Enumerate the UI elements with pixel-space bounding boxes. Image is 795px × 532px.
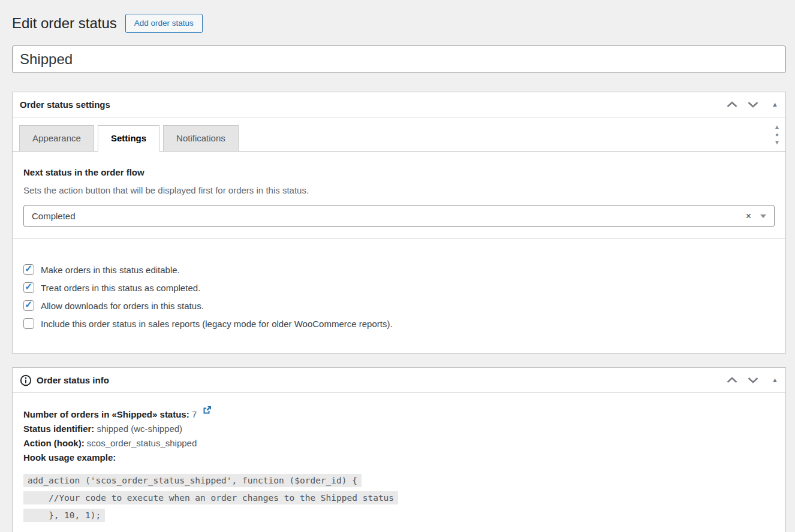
tab-settings[interactable]: Settings: [98, 125, 159, 152]
checkbox-row-sales-reports[interactable]: Include this order status in sales repor…: [23, 318, 775, 329]
scroll-handle-icon[interactable]: ●: [775, 131, 779, 138]
tab-label: Appearance: [32, 133, 81, 143]
action-hook-value: scos_order_status_shipped: [87, 438, 197, 448]
next-status-select[interactable]: Completed ×: [23, 205, 775, 227]
page-title: Edit order status: [12, 13, 117, 34]
code-text: add_action ('scos_order_status_shipped',…: [23, 474, 362, 487]
checkbox[interactable]: [23, 300, 34, 311]
checkbox[interactable]: [23, 282, 34, 293]
checkbox-label: Include this order status in sales repor…: [41, 319, 393, 329]
orders-count-value: 7: [192, 409, 197, 419]
next-status-description: Sets the action button that will be disp…: [23, 185, 775, 195]
select-clear-icon[interactable]: ×: [746, 211, 751, 221]
code-line: add_action ('scos_order_status_shipped',…: [23, 474, 775, 487]
status-identifier-line: Status identifier: shipped (wc-shipped): [23, 422, 775, 436]
info-icon: [20, 374, 32, 386]
move-up-icon[interactable]: [726, 377, 738, 383]
checkbox-row-downloads[interactable]: Allow downloads for orders in this statu…: [23, 300, 775, 311]
metabox-controls: ▲: [726, 101, 778, 108]
add-order-status-button[interactable]: Add order status: [125, 14, 203, 33]
edit-order-status-page: Edit order status Add order status Order…: [0, 0, 795, 532]
settings-tab-panel: Next status in the order flow Sets the a…: [13, 152, 785, 353]
hook-example-code: add_action ('scos_order_status_shipped',…: [23, 474, 775, 522]
checkbox-row-completed[interactable]: Treat orders in this status as completed…: [23, 282, 775, 293]
select-selected-value: Completed: [32, 211, 746, 221]
checkbox-label: Make orders in this status editable.: [41, 265, 180, 275]
checkbox[interactable]: [23, 318, 34, 329]
page-header: Edit order status Add order status: [12, 13, 786, 34]
checkbox-label: Treat orders in this status as completed…: [41, 283, 200, 293]
tab-label: Settings: [111, 133, 146, 143]
divider: [13, 238, 785, 239]
move-down-icon[interactable]: [747, 377, 759, 383]
code-line: }, 10, 1);: [23, 509, 775, 522]
code-text: //Your code to execute when an order cha…: [23, 491, 398, 504]
action-hook-line: Action (hook): scos_order_status_shipped: [23, 436, 775, 451]
collapse-toggle-icon[interactable]: ▲: [768, 101, 778, 108]
move-up-icon[interactable]: [726, 101, 738, 108]
info-box-header: Order status info ▲: [13, 368, 785, 393]
chevron-down-icon[interactable]: [760, 214, 766, 218]
checkbox[interactable]: [23, 264, 34, 275]
status-identifier-value: shipped (wc-shipped): [97, 424, 183, 434]
code-text: }, 10, 1);: [23, 509, 105, 522]
settings-tab-bar: Appearance Settings Notifications ▲ ● ▼: [13, 117, 785, 152]
collapse-toggle-icon[interactable]: ▲: [768, 377, 778, 383]
checkbox-row-editable[interactable]: Make orders in this status editable.: [23, 264, 775, 275]
metabox-controls: ▲: [726, 377, 778, 383]
hook-usage-line: Hook usage example:: [23, 451, 775, 465]
settings-box-title: Order status settings: [20, 99, 726, 110]
tab-label: Notifications: [176, 133, 225, 143]
status-name-input[interactable]: [12, 46, 786, 73]
move-down-icon[interactable]: [747, 101, 759, 108]
next-status-heading: Next status in the order flow: [23, 167, 775, 177]
hook-usage-label: Hook usage example:: [23, 452, 116, 463]
scroll-up-icon[interactable]: ▲: [774, 123, 780, 131]
settings-box-header: Order status settings ▲: [13, 92, 785, 117]
info-box-content: Number of orders in «Shipped» status: 7 …: [13, 393, 785, 532]
checkbox-label: Allow downloads for orders in this statu…: [41, 301, 204, 311]
order-status-settings-box: Order status settings ▲ Appearance Setti…: [12, 92, 786, 353]
orders-count-line: Number of orders in «Shipped» status: 7: [23, 405, 775, 422]
action-hook-label: Action (hook):: [23, 438, 85, 448]
code-line: //Your code to execute when an order cha…: [23, 491, 775, 504]
orders-count-label: Number of orders in «Shipped» status:: [23, 409, 189, 419]
tab-scrollbar[interactable]: ▲ ● ▼: [774, 123, 780, 146]
tab-appearance[interactable]: Appearance: [19, 125, 94, 152]
status-identifier-label: Status identifier:: [23, 424, 94, 434]
external-link-icon[interactable]: [202, 405, 212, 419]
scroll-down-icon[interactable]: ▼: [774, 138, 780, 146]
order-status-info-box: Order status info ▲ Number of orders in …: [12, 367, 786, 532]
info-box-title: Order status info: [37, 375, 726, 385]
tab-notifications[interactable]: Notifications: [163, 125, 239, 152]
